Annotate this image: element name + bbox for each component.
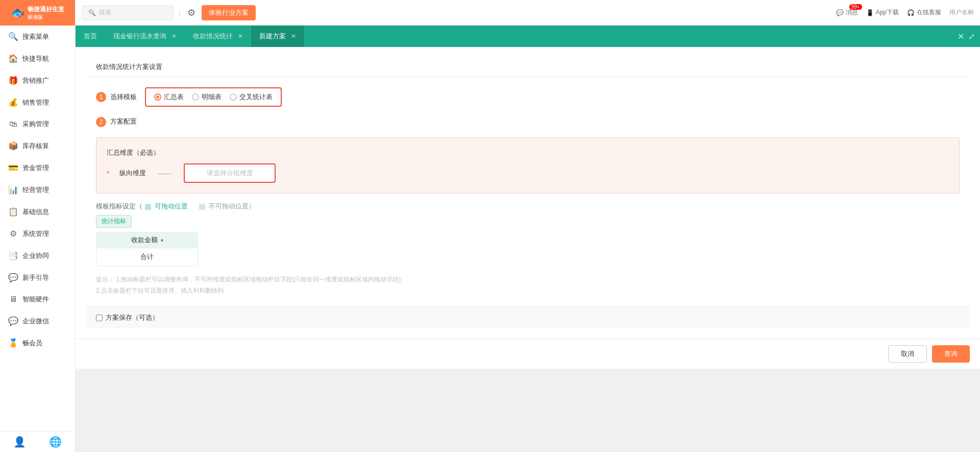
tabbar-right: ✕ ⤢: [958, 26, 980, 47]
metrics-label-row: 统计指标: [96, 215, 960, 228]
dim-title: 汇总维度（必选）: [107, 148, 949, 157]
sidebar-item-operation[interactable]: 📊 经营管理: [0, 179, 75, 201]
radio-summary[interactable]: 汇总表: [154, 92, 184, 102]
tab-new-plan[interactable]: 新建方案 ✕: [251, 26, 304, 47]
logo-icon: 🐟: [11, 6, 24, 19]
wechat-icon: 💬: [8, 316, 18, 326]
purchase-icon: 🛍: [8, 120, 18, 129]
tab-bank[interactable]: 现金银行流水查询 ✕: [105, 26, 185, 47]
expand-icon[interactable]: ⤢: [968, 32, 975, 41]
tab-home[interactable]: 首页: [76, 26, 105, 47]
download-label: App下载: [876, 8, 899, 17]
movable-label: 可拖动位置: [155, 202, 188, 210]
industry-btn[interactable]: 体验行业方案: [202, 5, 256, 20]
step2-row: 2 方案配置: [96, 117, 960, 127]
breadcrumb: 收款情况统计方案设置: [96, 63, 162, 70]
radio-summary-label: 汇总表: [164, 92, 184, 102]
sidebar-item-label: 营销推广: [22, 76, 49, 85]
topbar: 🔍 搜索 | ⚙ 体验行业方案 💬 消息 99+ 📱 App下载 🎧 在线客服 …: [76, 0, 980, 26]
sidebar-item-quick-nav[interactable]: 🏠 快捷导航: [0, 47, 75, 69]
tab-collection-label: 收款情况统计: [193, 32, 233, 41]
dim-select-dropdown[interactable]: 请选择分组维度: [184, 163, 276, 183]
search-input[interactable]: 🔍 搜索: [82, 5, 174, 20]
metrics-section: 模板指标设定（ 可拖动位置: [96, 202, 960, 266]
template-selection-box: 汇总表 明细表 交叉统计表: [145, 87, 282, 107]
tab-home-label: 首页: [84, 32, 97, 41]
sidebar-item-wechat[interactable]: 💬 企业微信: [0, 310, 75, 332]
radio-summary-circle[interactable]: [154, 93, 161, 101]
sidebar-item-label: 库存核算: [22, 141, 49, 151]
settings-icon[interactable]: ⚙: [185, 5, 198, 20]
finance-icon: 💳: [8, 163, 18, 173]
tips-line1: 提示： 1.拖动标题栏可以调整布局，不可跨维度或指标区域拖动栏目字段(只能在同一…: [96, 274, 960, 286]
guide-icon: 💬: [8, 273, 18, 282]
radio-detail-label: 明细表: [202, 92, 222, 102]
sidebar-item-member[interactable]: 🏅 畅会员: [0, 332, 75, 354]
tips-line2: 2.点击标题栏下拉可设置排序、插入列和删除列: [96, 286, 960, 297]
radio-cross[interactable]: 交叉统计表: [230, 92, 273, 102]
step2-num: 2: [96, 117, 106, 127]
sidebar-item-guide[interactable]: 💬 新手引导: [0, 267, 75, 289]
metrics-col-header: 收款金额 ▾: [96, 232, 198, 248]
save-row: 方案保存（可选）: [86, 306, 970, 328]
system-icon: ⚙: [8, 229, 18, 239]
content-area: 收款情况统计方案设置 1 选择模板 汇总表: [76, 47, 980, 452]
online-service-btn[interactable]: 🎧 在线客服: [907, 8, 941, 17]
save-checkbox[interactable]: [96, 315, 103, 321]
app-edition: 标准版: [28, 14, 64, 21]
tab-bank-close[interactable]: ✕: [172, 33, 177, 40]
cancel-button[interactable]: 取消: [888, 345, 927, 363]
sidebar-item-basic[interactable]: 📋 基础信息: [0, 201, 75, 223]
tab-collection[interactable]: 收款情况统计 ✕: [185, 26, 251, 47]
home-icon: 🏠: [8, 54, 18, 63]
service-icon: 🎧: [907, 9, 915, 16]
sidebar-item-sales[interactable]: 💰 销售管理: [0, 91, 75, 113]
radio-group: 汇总表 明细表 交叉统计表: [154, 92, 273, 102]
tab-bank-label: 现金银行流水查询: [113, 32, 166, 41]
sidebar-item-label: 系统管理: [22, 229, 49, 239]
form-body: 1 选择模板 汇总表 明细表: [86, 77, 970, 306]
inventory-icon: 📦: [8, 141, 18, 151]
required-mark: *: [107, 170, 109, 177]
topbar-divider: |: [179, 9, 180, 16]
radio-detail[interactable]: 明细表: [192, 92, 222, 102]
query-button[interactable]: 查询: [932, 345, 970, 363]
tips-section: 提示： 1.拖动标题栏可以调整布局，不可跨维度或指标区域拖动栏目字段(只能在同一…: [96, 274, 960, 296]
sidebar-item-label: 搜索菜单: [22, 32, 49, 41]
sidebar-item-label: 经营管理: [22, 185, 49, 195]
basic-icon: 📋: [8, 207, 18, 217]
step2-label: 方案配置: [110, 117, 137, 126]
dim-arrow: ——: [158, 170, 172, 177]
search-placeholder: 搜索: [99, 8, 111, 17]
message-btn[interactable]: 💬 消息 99+: [836, 8, 858, 17]
sidebar-item-label: 智能硬件: [22, 295, 49, 304]
sidebar-globe-icon[interactable]: 🌐: [40, 436, 71, 448]
sidebar-item-search-menu[interactable]: 🔍 搜索菜单: [0, 26, 75, 47]
col-dropdown-icon[interactable]: ▾: [161, 237, 163, 243]
sidebar-item-coop[interactable]: 📑 企业协同: [0, 245, 75, 267]
sidebar-item-inventory[interactable]: 📦 库存核算: [0, 135, 75, 157]
sidebar-user-icon[interactable]: 👤: [4, 436, 36, 448]
app-download-btn[interactable]: 📱 App下载: [866, 8, 899, 17]
tab-collection-close[interactable]: ✕: [238, 33, 243, 40]
tab-new-plan-close[interactable]: ✕: [291, 33, 296, 40]
radio-detail-circle[interactable]: [192, 93, 199, 101]
sidebar-item-hardware[interactable]: 🖥 智能硬件: [0, 289, 75, 310]
sidebar-item-purchase[interactable]: 🛍 采购管理: [0, 113, 75, 135]
form-section: 收款情况统计方案设置 1 选择模板 汇总表: [76, 47, 980, 339]
sidebar-item-finance[interactable]: 💳 资金管理: [0, 157, 75, 179]
non-movable-hint: 不可拖动位置）: [199, 202, 256, 210]
close-window-icon[interactable]: ✕: [958, 32, 964, 41]
metrics-header: 模板指标设定（ 可拖动位置: [96, 202, 960, 211]
sidebar-item-label: 新手引导: [22, 273, 49, 282]
sidebar-item-marketing[interactable]: 🎁 营销推广: [0, 69, 75, 91]
radio-cross-circle[interactable]: [230, 93, 237, 101]
app-logo: 🐟 畅捷通好生意 标准版: [0, 0, 75, 26]
movable-hint: 可拖动位置: [144, 202, 190, 210]
sidebar-item-label: 采购管理: [22, 120, 49, 129]
sidebar-item-system[interactable]: ⚙ 系统管理: [0, 223, 75, 245]
sales-icon: 💰: [8, 98, 18, 107]
member-icon: 🏅: [8, 338, 18, 348]
svg-rect-0: [145, 204, 151, 210]
user-name: 用户名称: [949, 8, 974, 17]
